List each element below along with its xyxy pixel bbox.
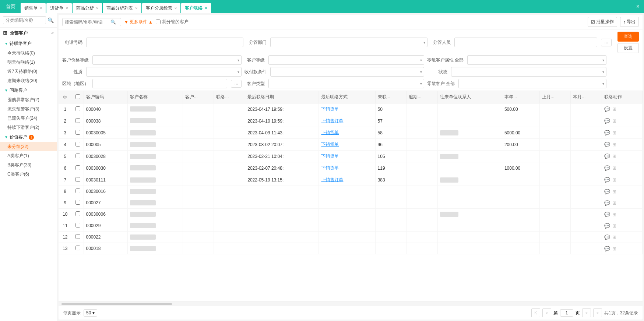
row-checkbox[interactable] xyxy=(75,234,80,239)
row-last-contact-method[interactable]: 下销售订单 xyxy=(319,115,375,127)
sidebar-value-group[interactable]: ▼ 价值客户 ! xyxy=(0,132,57,142)
chat-icon[interactable]: 💬 xyxy=(604,118,610,124)
chat-icon[interactable]: 💬 xyxy=(604,200,610,206)
tab-sales-order[interactable]: 销售单 × xyxy=(21,3,46,13)
chat-icon[interactable]: 💬 xyxy=(604,223,610,229)
price-level-select[interactable] xyxy=(92,55,242,65)
customer-level-select[interactable] xyxy=(268,55,424,65)
select-all-checkbox[interactable] xyxy=(75,94,80,99)
row-last-contact-method[interactable] xyxy=(319,232,375,243)
sidebar-item-hoarding[interactable]: 囤购异常客户(2) xyxy=(0,95,57,105)
tab-customer-tier-close[interactable]: × xyxy=(175,6,177,10)
grid-icon[interactable]: ⊞ xyxy=(612,106,616,112)
region-input[interactable] xyxy=(92,79,227,88)
row-last-contact-method[interactable]: 下销货单 xyxy=(319,139,375,151)
sidebar-all-customers[interactable]: ⊞ 全部客户 « xyxy=(0,28,57,39)
my-customers-checkbox[interactable] xyxy=(156,20,161,24)
row-last-contact-method[interactable] xyxy=(319,197,375,209)
tab-product-analysis-list-close[interactable]: × xyxy=(135,6,137,10)
row-checkbox[interactable] xyxy=(75,177,80,182)
chat-icon[interactable]: 💬 xyxy=(604,177,610,183)
sidebar-item-ungrouped[interactable]: 未分组(32) xyxy=(0,142,57,151)
row-last-contact-method[interactable] xyxy=(319,186,375,197)
tab-customer-contact-close[interactable]: × xyxy=(205,6,207,10)
filter-search-icon[interactable]: 🔍 xyxy=(110,20,116,25)
grid-icon[interactable]: ⊞ xyxy=(612,118,616,124)
export-button[interactable]: ↑ 导出 xyxy=(620,17,639,27)
grid-icon[interactable]: ⊞ xyxy=(612,189,616,194)
row-checkbox[interactable] xyxy=(75,118,80,123)
payment-select[interactable] xyxy=(270,67,424,77)
sidebar-item-class-a[interactable]: A类客户(1) xyxy=(0,151,57,160)
last-method-link[interactable]: 下销售订单 xyxy=(321,118,343,123)
sidebar-item-class-b[interactable]: B类客户(33) xyxy=(0,160,57,170)
sidebar-item-overdue-pending[interactable]: 逾期未联络(30) xyxy=(0,76,57,85)
row-last-contact-method[interactable]: 下销货单 xyxy=(319,162,375,174)
row-checkbox[interactable] xyxy=(75,154,80,158)
grid-icon[interactable]: ⊞ xyxy=(612,142,616,147)
grid-icon[interactable]: ⊞ xyxy=(612,212,616,217)
tab-customer-tier[interactable]: 客户分层经营 × xyxy=(142,3,180,13)
tab-purchase-order[interactable]: 进货单 × xyxy=(46,3,71,13)
page-number-input[interactable] xyxy=(560,309,573,317)
row-last-contact-method[interactable] xyxy=(319,243,375,254)
first-page-btn[interactable]: K xyxy=(531,308,540,317)
row-last-contact-method[interactable]: 下销货单 xyxy=(319,151,375,162)
tab-product-analysis-list[interactable]: 商品分析列表 × xyxy=(103,3,141,13)
person-input[interactable] xyxy=(454,38,597,47)
filter-more-btn[interactable]: ▼ 更多条件 ▲ xyxy=(124,19,153,25)
last-method-link[interactable]: 下销货单 xyxy=(321,130,339,135)
chat-icon[interactable]: 💬 xyxy=(604,106,610,112)
row-last-contact-method[interactable]: 下销货单 xyxy=(319,103,375,115)
query-button[interactable]: 查询 xyxy=(617,32,639,42)
sidebar-item-today-pending[interactable]: 今天待联络(0) xyxy=(0,49,57,58)
window-close-button[interactable]: × xyxy=(633,3,643,10)
tab-purchase-order-close[interactable]: × xyxy=(66,6,68,10)
row-checkbox[interactable] xyxy=(75,211,80,216)
zero-retail-attr-select[interactable] xyxy=(467,55,606,65)
row-checkbox[interactable] xyxy=(75,165,80,170)
row-checkbox[interactable] xyxy=(75,130,80,135)
grid-icon[interactable]: ⊞ xyxy=(612,234,616,240)
grid-icon[interactable]: ⊞ xyxy=(612,223,616,229)
chat-icon[interactable]: 💬 xyxy=(604,234,610,240)
sidebar-collapse-icon[interactable]: « xyxy=(51,31,54,36)
sidebar-item-churn-warning[interactable]: 流失预警客户(3) xyxy=(0,105,57,114)
chat-icon[interactable]: 💬 xyxy=(604,189,610,194)
row-checkbox[interactable] xyxy=(75,223,80,227)
home-tab[interactable]: 首页 xyxy=(1,3,20,10)
batch-op-button[interactable]: ☑ 批量操作 xyxy=(588,17,617,27)
sidebar-problem-group[interactable]: ▼ 问题客户 xyxy=(0,85,57,95)
row-checkbox[interactable] xyxy=(75,106,80,111)
row-checkbox[interactable] xyxy=(75,246,80,250)
horizontal-scrollbar[interactable] xyxy=(61,303,172,305)
sidebar-item-declining[interactable]: 持续下滑客户(2) xyxy=(0,123,57,132)
nature-select[interactable] xyxy=(86,67,242,77)
row-checkbox[interactable] xyxy=(75,200,80,205)
grid-icon[interactable]: ⊞ xyxy=(612,130,616,135)
tab-sales-order-close[interactable]: × xyxy=(40,6,42,10)
row-checkbox[interactable] xyxy=(75,142,80,147)
prev-page-btn[interactable]: < xyxy=(542,308,551,317)
sidebar-item-churned[interactable]: 已流失客户(24) xyxy=(0,114,57,123)
chat-icon[interactable]: 💬 xyxy=(604,246,610,251)
chat-icon[interactable]: 💬 xyxy=(604,130,610,135)
sidebar-search-icon[interactable]: 🔍 xyxy=(47,17,54,23)
tab-product-analysis[interactable]: 商品分析 × xyxy=(73,3,102,13)
reset-button[interactable]: 设置 xyxy=(617,43,639,53)
phone-input[interactable] xyxy=(86,38,243,47)
filter-search-input[interactable] xyxy=(65,20,109,25)
sidebar-item-class-c[interactable]: C类客户(6) xyxy=(0,170,57,179)
th-gear[interactable]: ⚙ xyxy=(59,91,72,103)
last-method-link[interactable]: 下销售订单 xyxy=(321,177,343,182)
dept-select[interactable] xyxy=(270,38,427,47)
next-page-btn[interactable]: > xyxy=(582,308,591,317)
last-method-link[interactable]: 下销货单 xyxy=(321,142,339,147)
chat-icon[interactable]: 💬 xyxy=(604,165,610,171)
customer-type-select[interactable] xyxy=(268,79,424,88)
last-method-link[interactable]: 下销货单 xyxy=(321,106,339,112)
chat-icon[interactable]: 💬 xyxy=(604,212,610,217)
sidebar-item-tomorrow-pending[interactable]: 明天待联络(1) xyxy=(0,58,57,67)
region-dots-btn[interactable]: ··· xyxy=(231,80,242,88)
grid-icon[interactable]: ⊞ xyxy=(612,165,616,171)
